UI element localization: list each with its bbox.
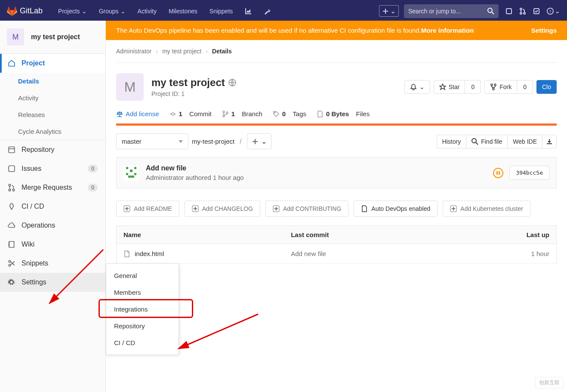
commit-icon bbox=[169, 111, 176, 117]
project-title: my test project bbox=[151, 77, 236, 89]
star-button[interactable]: Star bbox=[434, 80, 465, 94]
commits-link[interactable]: 1 Commit bbox=[169, 110, 212, 117]
tags-link[interactable]: 0 Tags bbox=[273, 110, 306, 117]
clone-button[interactable]: Clo bbox=[536, 80, 557, 94]
global-search[interactable] bbox=[404, 4, 499, 18]
doc-icon bbox=[361, 205, 368, 212]
nav-projects[interactable]: Projects ⌄ bbox=[53, 4, 92, 18]
files-size-link[interactable]: 0 Bytes Files bbox=[317, 110, 370, 117]
add-contributing-chip[interactable]: Add CONTRIBUTING bbox=[265, 201, 348, 217]
breadcrumb-project[interactable]: my test project bbox=[162, 48, 201, 55]
banner-settings-link[interactable]: Settings bbox=[531, 27, 557, 34]
commit-sha[interactable]: 394bcc5e bbox=[509, 166, 549, 180]
sidebar-sub-details[interactable]: Details bbox=[0, 73, 105, 90]
table-row[interactable]: index.html Add new file 1 hour bbox=[117, 244, 557, 264]
download-icon bbox=[546, 138, 553, 145]
flyout-repository[interactable]: Repository bbox=[106, 318, 179, 334]
auto-devops-chip[interactable]: Auto DevOps enabled bbox=[354, 201, 438, 217]
history-button[interactable]: History bbox=[437, 135, 466, 148]
nav-graph-icon[interactable] bbox=[240, 4, 257, 18]
identicon-avatar bbox=[123, 165, 139, 181]
watermark: 创新互联 bbox=[535, 377, 564, 389]
add-license-link[interactable]: Add license bbox=[116, 110, 159, 117]
sidebar-item-operations[interactable]: Operations bbox=[0, 216, 105, 235]
file-icon bbox=[317, 111, 324, 117]
branch-selector[interactable]: master bbox=[116, 133, 188, 149]
plus-icon bbox=[382, 8, 389, 15]
top-nav: GitLab Projects ⌄ Groups ⌄ Activity Mile… bbox=[0, 0, 567, 21]
sidebar-item-project[interactable]: Project bbox=[0, 54, 105, 73]
merge-requests-icon[interactable] bbox=[519, 8, 526, 15]
gitlab-icon bbox=[7, 6, 17, 16]
find-file-button[interactable]: Find file bbox=[466, 135, 507, 148]
svg-point-11 bbox=[9, 189, 11, 191]
notifications-dropdown[interactable]: ⌄ bbox=[404, 80, 430, 94]
svg-point-20 bbox=[223, 111, 225, 113]
project-id: Project ID: 1 bbox=[151, 90, 236, 97]
sidebar-item-snippets[interactable]: Snippets bbox=[0, 254, 105, 273]
gitlab-logo[interactable]: GitLab bbox=[7, 6, 43, 16]
add-to-tree-dropdown[interactable]: ⌄ bbox=[247, 133, 271, 149]
svg-rect-29 bbox=[126, 173, 128, 175]
breadcrumb-root[interactable]: Administrator bbox=[116, 48, 151, 55]
nav-snippets[interactable]: Snippets bbox=[204, 4, 238, 18]
flyout-integrations[interactable]: Integrations bbox=[106, 301, 179, 318]
web-ide-button[interactable]: Web IDE bbox=[507, 135, 542, 148]
add-changelog-chip[interactable]: Add CHANGELOG bbox=[185, 201, 260, 217]
nav-milestones[interactable]: Milestones bbox=[163, 4, 203, 18]
issues-icon[interactable] bbox=[505, 8, 512, 15]
sidebar-project-header[interactable]: M my test project bbox=[0, 21, 105, 53]
nav-wrench-icon[interactable] bbox=[259, 4, 276, 18]
search-input[interactable] bbox=[408, 8, 487, 15]
project-avatar-small: M bbox=[7, 28, 24, 46]
search-icon bbox=[487, 8, 494, 15]
todos-icon[interactable] bbox=[533, 8, 540, 15]
svg-rect-31 bbox=[128, 176, 134, 178]
tag-icon bbox=[273, 111, 280, 117]
nav-groups[interactable]: Groups ⌄ bbox=[94, 4, 131, 18]
new-dropdown[interactable]: ⌄ bbox=[379, 5, 399, 17]
fork-button[interactable]: Fork bbox=[484, 80, 517, 94]
plus-square-icon bbox=[123, 205, 130, 212]
flyout-members[interactable]: Members bbox=[106, 284, 179, 301]
nav-activity[interactable]: Activity bbox=[133, 4, 162, 18]
star-count[interactable]: 0 bbox=[465, 80, 481, 94]
svg-rect-27 bbox=[134, 167, 136, 169]
sidebar-sub-activity[interactable]: Activity bbox=[0, 90, 105, 106]
sidebar-item-issues[interactable]: Issues 0 bbox=[0, 159, 105, 178]
flyout-general[interactable]: General bbox=[106, 267, 179, 284]
banner-more-info-link[interactable]: More information bbox=[421, 27, 474, 34]
repo-path[interactable]: my-test-project bbox=[192, 138, 234, 145]
brand-text: GitLab bbox=[20, 6, 43, 15]
col-name: Name bbox=[117, 226, 284, 244]
sidebar-item-merge-requests[interactable]: Merge Requests 0 bbox=[0, 178, 105, 197]
branch-icon bbox=[222, 111, 229, 117]
help-dropdown[interactable]: ? ⌄ bbox=[547, 7, 560, 15]
sidebar-item-repository[interactable]: Repository bbox=[0, 140, 105, 159]
download-button[interactable] bbox=[542, 135, 557, 148]
add-readme-chip[interactable]: Add README bbox=[116, 201, 179, 217]
sidebar-sub-cycle-analytics[interactable]: Cycle Analytics bbox=[0, 123, 105, 140]
plus-square-icon bbox=[273, 205, 280, 212]
sidebar-sub-releases[interactable]: Releases bbox=[0, 106, 105, 123]
sidebar-item-cicd[interactable]: CI / CD bbox=[0, 197, 105, 216]
svg-text:?: ? bbox=[549, 9, 552, 13]
svg-point-13 bbox=[9, 260, 11, 262]
svg-point-0 bbox=[488, 8, 492, 12]
sidebar-item-settings[interactable]: Settings bbox=[0, 273, 105, 292]
fork-count[interactable]: 0 bbox=[517, 80, 533, 94]
repository-icon bbox=[8, 146, 15, 154]
flyout-cicd[interactable]: CI / CD bbox=[106, 334, 179, 351]
svg-point-21 bbox=[223, 115, 225, 117]
add-kubernetes-chip[interactable]: Add Kubernetes cluster bbox=[443, 201, 530, 217]
star-icon bbox=[439, 83, 446, 90]
sidebar-item-wiki[interactable]: Wiki bbox=[0, 235, 105, 254]
fork-icon bbox=[490, 83, 497, 90]
file-tree-table: Name Last commit Last up index.html Add … bbox=[116, 225, 557, 264]
commit-title[interactable]: Add new file bbox=[146, 164, 244, 172]
branches-link[interactable]: 1 Branch bbox=[222, 110, 262, 117]
pipeline-status-pending-icon[interactable] bbox=[493, 168, 503, 178]
breadcrumb: Administrator › my test project › Detail… bbox=[116, 40, 557, 63]
merge-request-icon bbox=[8, 184, 15, 191]
rocket-icon bbox=[8, 203, 15, 210]
